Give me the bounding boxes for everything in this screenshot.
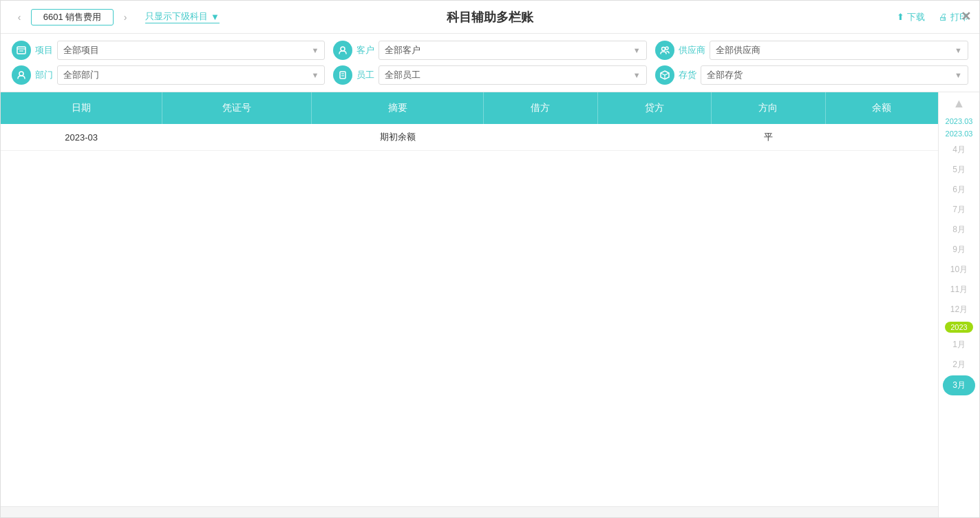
timeline-month-6[interactable]: 6月 bbox=[939, 180, 979, 200]
title-bar: ‹ 6601 销售费用 › 只显示下级科目 ▼ 科目辅助多栏账 ⬆ 下载 🖨 打… bbox=[1, 1, 979, 34]
customer-icon bbox=[333, 41, 352, 60]
svg-point-4 bbox=[661, 48, 665, 51]
ledger-table: 日期 凭证号 摘要 借方 贷方 方向 余额 2023-03 bbox=[1, 92, 938, 151]
project-arrow-icon: ▼ bbox=[311, 46, 319, 54]
print-icon: 🖨 bbox=[939, 12, 948, 22]
department-select[interactable]: 全部部门 ▼ bbox=[57, 65, 325, 85]
department-value: 全部部门 bbox=[63, 69, 99, 81]
filter-item-inventory: 存货 全部存货 ▼ bbox=[655, 65, 968, 85]
supplier-value: 全部供应商 bbox=[716, 44, 760, 56]
cell-credit bbox=[597, 124, 712, 151]
svg-rect-7 bbox=[340, 72, 345, 79]
timeline-entry-top2[interactable]: 2023.03 bbox=[946, 127, 973, 140]
year-badge: 2023 bbox=[945, 322, 972, 333]
timeline-month-3[interactable]: 3月 bbox=[943, 375, 975, 395]
customer-label: 客户 bbox=[356, 44, 374, 56]
inventory-arrow-icon: ▼ bbox=[955, 71, 962, 79]
supplier-select[interactable]: 全部供应商 ▼ bbox=[710, 41, 968, 60]
filter-row-1: 项目 全部项目 ▼ 客户 全部客户 ▼ bbox=[12, 41, 968, 60]
supplier-label: 供应商 bbox=[679, 44, 705, 56]
show-sub-label: 只显示下级科目 bbox=[145, 10, 208, 23]
inventory-select[interactable]: 全部存货 ▼ bbox=[701, 65, 968, 85]
filter-item-department: 部门 全部部门 ▼ bbox=[12, 65, 325, 85]
supplier-icon bbox=[655, 41, 674, 60]
timeline-month-8[interactable]: 8月 bbox=[939, 220, 979, 240]
department-arrow-icon: ▼ bbox=[311, 71, 319, 79]
filter-item-customer: 客户 全部客户 ▼ bbox=[333, 41, 646, 60]
svg-point-5 bbox=[665, 47, 668, 50]
chevron-down-icon: ▼ bbox=[211, 12, 220, 22]
col-direction: 方向 bbox=[712, 92, 826, 124]
timeline-month-7[interactable]: 7月 bbox=[939, 200, 979, 220]
col-credit: 贷方 bbox=[597, 92, 712, 124]
employee-value: 全部员工 bbox=[385, 69, 420, 81]
page-title: 科目辅助多栏账 bbox=[447, 9, 533, 25]
cell-summary: 期初余额 bbox=[311, 124, 483, 151]
timeline-month-1[interactable]: 1月 bbox=[939, 335, 979, 355]
title-bar-right: ⬆ 下载 🖨 打印 bbox=[897, 11, 968, 23]
employee-select[interactable]: 全部员工 ▼ bbox=[379, 65, 646, 85]
col-debit: 借方 bbox=[484, 92, 598, 124]
filter-item-project: 项目 全部项目 ▼ bbox=[12, 41, 325, 60]
cell-balance bbox=[825, 124, 938, 151]
title-bar-left: ‹ 6601 销售费用 › 只显示下级科目 ▼ bbox=[12, 9, 220, 25]
col-voucher: 凭证号 bbox=[162, 92, 311, 124]
cell-debit bbox=[484, 124, 598, 151]
timeline-month-10[interactable]: 10月 bbox=[939, 260, 979, 280]
timeline-month-4[interactable]: 4月 bbox=[939, 140, 979, 160]
employee-arrow-icon: ▼ bbox=[633, 71, 641, 79]
project-icon bbox=[12, 41, 31, 60]
employee-icon bbox=[333, 65, 352, 85]
close-btn[interactable]: ✕ bbox=[961, 9, 971, 24]
department-icon bbox=[12, 65, 31, 85]
project-value: 全部项目 bbox=[63, 44, 99, 56]
inventory-label: 存货 bbox=[679, 69, 696, 81]
timeline-month-9[interactable]: 9月 bbox=[939, 240, 979, 260]
customer-arrow-icon: ▼ bbox=[633, 46, 641, 54]
timeline-month-12[interactable]: 12月 bbox=[939, 300, 979, 320]
svg-rect-0 bbox=[17, 47, 25, 54]
timeline-entry-top1[interactable]: 2023.03 bbox=[946, 115, 973, 127]
prev-account-btn[interactable]: ‹ bbox=[12, 10, 27, 25]
timeline-month-5[interactable]: 5月 bbox=[939, 160, 979, 180]
year-badge-container: 2023 bbox=[945, 320, 972, 335]
next-account-btn[interactable]: › bbox=[118, 10, 133, 25]
show-sub-accounts-btn[interactable]: 只显示下级科目 ▼ bbox=[145, 10, 220, 23]
department-label: 部门 bbox=[35, 69, 53, 81]
download-icon: ⬆ bbox=[897, 12, 904, 22]
customer-value: 全部客户 bbox=[385, 44, 420, 56]
content-area: 日期 凭证号 摘要 借方 贷方 方向 余额 2023-03 bbox=[1, 92, 938, 517]
cell-voucher bbox=[162, 124, 311, 151]
horizontal-scrollbar[interactable] bbox=[1, 506, 938, 517]
timeline-panel: ▲ 2023.03 2023.03 4月 5月 6月 7月 8月 9月 10月 … bbox=[938, 92, 979, 517]
cell-date: 2023-03 bbox=[1, 124, 162, 151]
download-label: 下载 bbox=[907, 11, 925, 23]
supplier-arrow-icon: ▼ bbox=[955, 46, 962, 54]
customer-select[interactable]: 全部客户 ▼ bbox=[379, 41, 646, 60]
project-label: 项目 bbox=[35, 44, 53, 56]
col-date: 日期 bbox=[1, 92, 162, 124]
table-header-row: 日期 凭证号 摘要 借方 贷方 方向 余额 bbox=[1, 92, 938, 124]
download-btn[interactable]: ⬆ 下载 bbox=[897, 11, 925, 23]
timeline-up-btn[interactable]: ▲ bbox=[949, 92, 970, 115]
filter-row-2: 部门 全部部门 ▼ 员工 全部员工 ▼ bbox=[12, 65, 968, 85]
filter-item-supplier: 供应商 全部供应商 ▼ bbox=[655, 41, 968, 60]
timeline-month-2[interactable]: 2月 bbox=[939, 355, 979, 375]
col-summary: 摘要 bbox=[311, 92, 483, 124]
svg-point-3 bbox=[341, 47, 345, 51]
svg-point-6 bbox=[19, 72, 23, 76]
project-select[interactable]: 全部项目 ▼ bbox=[57, 41, 325, 60]
employee-label: 员工 bbox=[356, 69, 374, 81]
inventory-value: 全部存货 bbox=[707, 69, 743, 81]
filter-bar: 项目 全部项目 ▼ 客户 全部客户 ▼ bbox=[1, 34, 979, 92]
inventory-icon bbox=[655, 65, 674, 85]
timeline-month-11[interactable]: 11月 bbox=[939, 280, 979, 300]
col-balance: 余额 bbox=[825, 92, 938, 124]
account-code[interactable]: 6601 销售费用 bbox=[31, 9, 114, 25]
table-container[interactable]: 日期 凭证号 摘要 借方 贷方 方向 余额 2023-03 bbox=[1, 92, 938, 506]
cell-direction: 平 bbox=[712, 124, 826, 151]
filter-item-employee: 员工 全部员工 ▼ bbox=[333, 65, 646, 85]
table-row: 2023-03 期初余额 平 bbox=[1, 124, 938, 151]
